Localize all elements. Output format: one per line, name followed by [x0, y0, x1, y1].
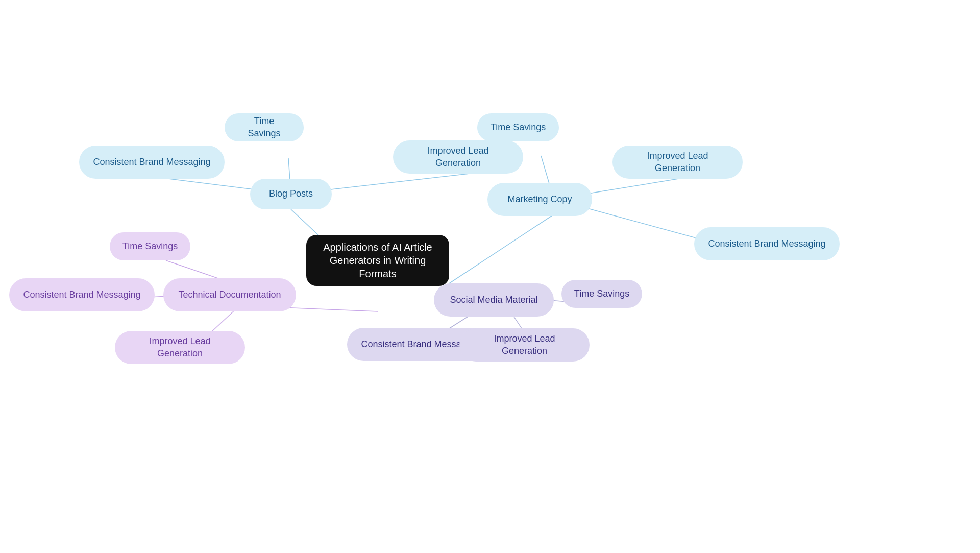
social-improved-lead-node: Improved Lead Generation	[459, 328, 590, 362]
svg-line-4	[449, 214, 554, 283]
social-time-savings-node: Time Savings	[561, 280, 642, 308]
mkt-time-savings-node: Time Savings	[477, 113, 559, 141]
blog-improved-lead-node: Improved Lead Generation	[393, 140, 523, 174]
blog-posts-node: Blog Posts	[250, 179, 332, 209]
technical-doc-node: Technical Documentation	[163, 278, 296, 311]
center-node: Applications of AI ArticleGenerators in …	[306, 235, 449, 286]
tech-time-savings-node: Time Savings	[110, 232, 190, 260]
blog-consistent-brand-node: Consistent Brand Messaging	[79, 146, 225, 179]
social-media-node: Social Media Material	[434, 283, 554, 317]
blog-time-savings-node: Time Savings	[225, 113, 304, 141]
mkt-improved-lead-node: Improved Lead Generation	[612, 146, 743, 179]
tech-improved-lead-node: Improved Lead Generation	[115, 331, 245, 364]
tech-consistent-brand-node: Consistent Brand Messaging	[9, 278, 155, 311]
marketing-copy-node: Marketing Copy	[487, 183, 592, 216]
mkt-consistent-brand-node: Consistent Brand Messaging	[694, 227, 840, 260]
